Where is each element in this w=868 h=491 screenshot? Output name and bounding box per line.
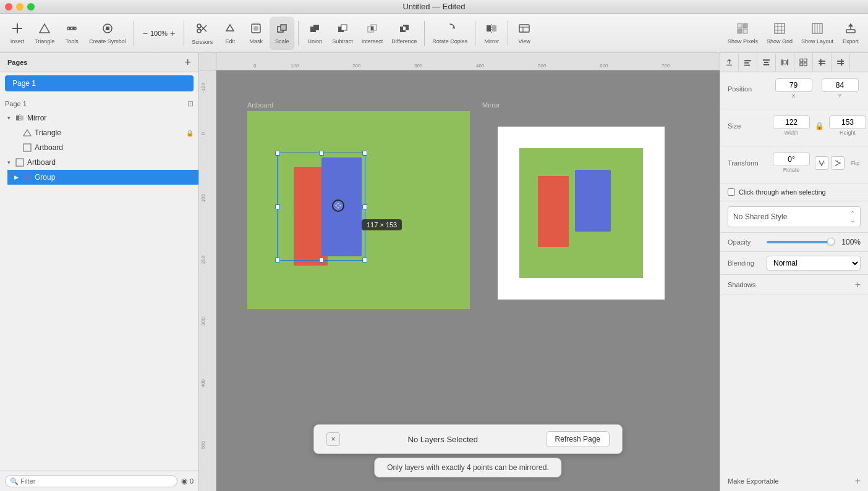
opacity-slider[interactable] <box>767 241 834 243</box>
height-input[interactable] <box>829 115 866 129</box>
add-page-button[interactable]: + <box>184 57 191 68</box>
view-button[interactable]: View <box>512 17 537 50</box>
add-export-button[interactable]: + <box>855 476 861 486</box>
handle-bl[interactable] <box>275 258 280 262</box>
style-dropdown[interactable]: No Shared Style ⌃⌄ <box>728 206 861 227</box>
export-button[interactable]: Export <box>838 17 863 50</box>
add-shadow-button[interactable]: + <box>855 280 861 290</box>
layer-triangle[interactable]: Triangle 🔒 <box>7 125 198 140</box>
handle-mr[interactable] <box>362 204 367 209</box>
click-through-label: Click-through when selecting <box>739 188 826 196</box>
window-title: Untitled — Edited <box>402 2 465 11</box>
blending-select[interactable]: Normal <box>767 256 861 271</box>
layers-section: Page 1 ⊡ ▾ Mirror Triangle 🔒 <box>0 94 198 471</box>
show-layout-icon <box>811 22 823 36</box>
tools-icon <box>66 22 78 36</box>
layer-artboard-nested[interactable]: Artboard <box>7 140 198 155</box>
svg-rect-56 <box>23 174 27 175</box>
rp-tab-more-left[interactable] <box>813 53 832 72</box>
handle-tm[interactable] <box>319 151 324 156</box>
union-button[interactable]: Union <box>302 17 327 50</box>
mask-button[interactable]: Mask <box>244 17 268 50</box>
page-item-1[interactable]: Page 1 <box>5 75 194 91</box>
svg-marker-48 <box>848 23 853 27</box>
svg-rect-53 <box>23 144 31 151</box>
opacity-thumb[interactable] <box>827 238 835 245</box>
show-layout-button[interactable]: Show Layout <box>798 17 837 50</box>
mirror-shape-red[interactable] <box>538 176 569 247</box>
show-pixels-icon <box>736 22 749 36</box>
rp-tab-more-right[interactable] <box>832 53 850 72</box>
scale-button[interactable]: Scale <box>270 17 294 50</box>
size-lock-icon[interactable]: 🔒 <box>815 122 824 130</box>
refresh-page-button[interactable]: Refresh Page <box>546 431 610 447</box>
ruler-mark-100: 100 <box>291 63 299 69</box>
insert-icon <box>11 22 23 36</box>
triangle-button[interactable]: Triangle <box>31 17 58 50</box>
insert-button[interactable]: Insert <box>5 17 30 50</box>
mirror-inner-green <box>519 148 643 278</box>
layer-artboard[interactable]: ▾ Artboard <box>0 155 198 170</box>
rp-tab-distribute[interactable] <box>776 53 794 72</box>
handle-tr[interactable] <box>362 151 367 156</box>
tools-button[interactable]: Tools <box>59 17 84 50</box>
handle-tl[interactable] <box>275 151 280 156</box>
minimize-button[interactable] <box>16 3 23 10</box>
mirror-frame[interactable] <box>482 111 680 315</box>
rp-tab-upload[interactable] <box>720 53 739 72</box>
rotate-copies-button[interactable]: Rotate Copies <box>428 17 471 50</box>
expand-artboard-icon[interactable]: ▾ <box>5 159 12 166</box>
difference-button[interactable]: Difference <box>388 17 420 50</box>
rp-tab-grid[interactable] <box>794 53 813 72</box>
filter-input[interactable] <box>5 475 177 487</box>
svg-rect-17 <box>313 25 319 30</box>
maximize-button[interactable] <box>27 3 35 10</box>
edit-button[interactable]: Edit <box>218 17 242 50</box>
zoom-level: 100% <box>150 30 168 37</box>
scissors-button[interactable]: Scissors <box>188 17 216 50</box>
mirror-shape-blue[interactable] <box>575 170 611 232</box>
create-symbol-button[interactable]: Create Symbol <box>85 17 130 50</box>
flip-label: Flip <box>849 160 861 166</box>
zoom-out-button[interactable]: − <box>143 28 148 38</box>
zoom-control[interactable]: − 100% + <box>138 28 181 38</box>
show-pixels-button[interactable]: Show Pixels <box>724 17 762 50</box>
canvas-content[interactable]: Artboard <box>216 70 720 491</box>
click-through-checkbox[interactable] <box>728 188 735 196</box>
artboard-frame[interactable]: 117 × 153 <box>247 111 470 309</box>
ruler-mark-left-200: 200 <box>200 256 206 264</box>
notification-close-button[interactable]: × <box>326 432 340 446</box>
expand-mirror-icon[interactable]: ▾ <box>5 114 12 122</box>
selection-container: 117 × 153 <box>321 157 362 256</box>
width-input[interactable] <box>773 115 810 129</box>
y-input[interactable] <box>822 78 859 92</box>
x-input[interactable] <box>775 78 812 92</box>
zoom-in-button[interactable]: + <box>170 28 175 38</box>
handle-br[interactable] <box>362 258 367 262</box>
expand-group-icon[interactable]: ▶ <box>12 174 20 181</box>
show-grid-button[interactable]: Show Grid <box>763 17 796 50</box>
position-section: Position X Y <box>720 72 868 109</box>
subtract-button[interactable]: Subtract <box>328 17 357 50</box>
svg-point-8 <box>197 24 201 28</box>
mirror-button[interactable]: Mirror <box>479 17 504 50</box>
rotate-input[interactable] <box>773 153 810 166</box>
page1-options-button[interactable]: ⊡ <box>187 99 194 108</box>
canvas-area[interactable]: 0 100 200 300 400 500 600 700 -100 0 100… <box>199 53 720 491</box>
window-controls[interactable] <box>5 3 35 10</box>
ruler-top: 0 100 200 300 400 500 600 700 <box>216 53 720 70</box>
filter-style-btn[interactable]: ◉ <box>181 477 187 485</box>
layer-group[interactable]: ▶ Group <box>7 170 198 185</box>
left-panel: Pages + Page 1 Page 1 ⊡ ▾ Mirror <box>0 53 199 491</box>
rp-tab-align-left[interactable] <box>739 53 757 72</box>
close-button[interactable] <box>5 3 12 10</box>
triangle-layer-label: Triangle <box>35 128 184 137</box>
layer-mirror[interactable]: ▾ Mirror <box>0 111 198 125</box>
intersect-button[interactable]: Intersect <box>358 17 387 50</box>
rp-tab-align-center[interactable] <box>757 53 776 72</box>
flip-vertical-button[interactable] <box>831 156 845 170</box>
svg-rect-15 <box>281 25 286 30</box>
flip-horizontal-button[interactable] <box>815 156 828 170</box>
toolbar-divider-3 <box>298 21 299 46</box>
handle-ml[interactable] <box>275 204 280 209</box>
